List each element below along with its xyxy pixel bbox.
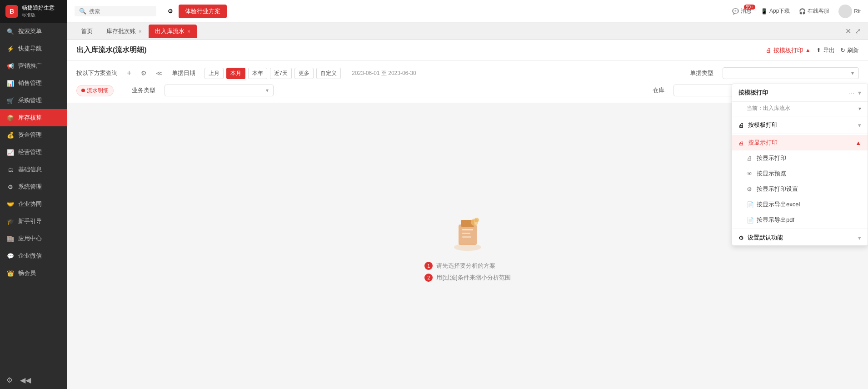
sidebar-label-system: 系统管理 — [18, 183, 42, 191]
close-tab-btn[interactable]: ✕ — [845, 27, 851, 35]
sidebar-icon-system: ⚙ — [6, 184, 15, 190]
step-num-2: 2 — [424, 274, 433, 282]
sidebar-item-marketing[interactable]: 📢营销推广 — [0, 57, 67, 75]
dropdown-item-display-print-settings[interactable]: ⚙按显示打印设置 — [732, 181, 868, 197]
sidebar-item-system[interactable]: ⚙系统管理 — [0, 178, 67, 195]
tab-flow[interactable]: 出入库流水× — [149, 25, 196, 38]
filter-row-1: 按以下方案查询 + ⚙ ≪ 单据日期 上月本月本年近7天更多自定义 2023-0… — [76, 67, 859, 79]
filter-add-btn[interactable]: + — [127, 69, 132, 78]
user-avatar-item[interactable]: Rit — [838, 5, 861, 18]
expand-tab-btn[interactable]: ⤢ — [855, 27, 861, 35]
industry-btn[interactable]: 体验行业方案 — [179, 5, 227, 18]
main-area: 🔍 ⚙ 体验行业方案 💬 消息 99+ 📱 App下载 🎧 在线客服 Rit — [67, 0, 868, 389]
print-label: 按模板打印 — [773, 46, 803, 55]
gear-icon[interactable]: ⚙ — [168, 8, 173, 15]
filter-flow-tag: 流水明细 — [76, 85, 114, 96]
sidebar-scroll: 🔍搜索菜单⚡快捷导航📢营销推广📊销售管理🛒采购管理📦库存核算💰资金管理📈经营管理… — [0, 23, 67, 371]
tab-close-flow[interactable]: × — [187, 29, 190, 34]
sidebar-item-appstore[interactable]: 🏬应用中心 — [0, 230, 67, 247]
export-btn[interactable]: ⬆ 导出 — [816, 46, 835, 55]
date-btn-近7天[interactable]: 近7天 — [270, 68, 292, 79]
flow-tag-label: 流水明细 — [87, 87, 109, 95]
date-filter-label: 单据日期 — [172, 69, 195, 77]
biz-select[interactable]: ▾ — [165, 85, 274, 96]
dropdown-header-actions: ··· ▾ — [849, 89, 861, 96]
online-service-item[interactable]: 🎧 在线客服 — [799, 7, 829, 15]
sidebar-item-inventory[interactable]: 📦库存核算 — [0, 109, 67, 126]
tab-label-flow: 出入库流水 — [155, 27, 185, 35]
dropdown-section-default-settings[interactable]: ⚙设置默认功能▾ — [732, 230, 868, 245]
sidebar-item-shortcut[interactable]: ⚡快捷导航 — [0, 40, 67, 57]
collapse-icon[interactable]: ◀◀ — [20, 376, 31, 384]
dropdown-more-icon[interactable]: ··· — [849, 89, 854, 96]
date-btn-上月[interactable]: 上月 — [205, 68, 224, 79]
sidebar-item-purchase[interactable]: 🛒采购管理 — [0, 92, 67, 109]
dropdown-section-template-print[interactable]: 🖨按模板打印▾ — [732, 117, 868, 133]
section-chevron-default-settings: ▾ — [858, 234, 861, 241]
item-icon-display-preview: 👁 — [747, 170, 753, 177]
topbar-divider — [162, 7, 162, 16]
section-title-default-settings: ⚙设置默认功能 — [738, 234, 783, 242]
section-icon-template-print: 🖨 — [738, 122, 744, 129]
svg-rect-4 — [462, 233, 470, 234]
date-options: 上月本月本年近7天更多自定义 — [205, 68, 341, 79]
sidebar-item-wechat[interactable]: 💬企业微信 — [0, 247, 67, 264]
sidebar-item-collab[interactable]: 🤝企业协同 — [0, 195, 67, 213]
dropdown-item-display-print-item[interactable]: 🖨按显示打印 — [732, 150, 868, 166]
dropdown-item-display-excel[interactable]: 📄按显示导出excel — [732, 197, 868, 212]
sidebar-label-purchase: 采购管理 — [18, 96, 42, 105]
sidebar-label-basic: 基础信息 — [18, 165, 42, 174]
sidebar-label-vip: 畅会员 — [18, 269, 36, 277]
sidebar-item-guide[interactable]: 🎓新手引导 — [0, 213, 67, 230]
section-title-template-print: 🖨按模板打印 — [738, 121, 778, 129]
filter-collapse-btn[interactable]: ≪ — [156, 70, 163, 77]
sidebar-item-vip[interactable]: 👑畅会员 — [0, 264, 67, 282]
tabbar-actions: ✕ ⤢ — [845, 27, 861, 35]
settings-icon[interactable]: ⚙ — [6, 376, 13, 384]
sidebar-icon-marketing: 📢 — [6, 63, 15, 70]
item-icon-display-pdf: 📄 — [747, 217, 753, 223]
topbar: 🔍 ⚙ 体验行业方案 💬 消息 99+ 📱 App下载 🎧 在线客服 Rit — [67, 0, 868, 23]
tab-label-batch: 库存批次账 — [106, 27, 136, 35]
sidebar-icon-shortcut: ⚡ — [6, 45, 15, 52]
dropdown-section-display-print[interactable]: 🖨按显示打印▲ — [732, 135, 868, 150]
sidebar-icon-basic: 🗂 — [6, 166, 15, 173]
sidebar-label-marketing: 营销推广 — [18, 62, 42, 70]
dropdown-close-icon[interactable]: ▾ — [858, 89, 861, 96]
dropdown-item-display-preview[interactable]: 👁按显示预览 — [732, 166, 868, 181]
date-btn-本月[interactable]: 本月 — [226, 68, 245, 79]
tabbar: 首页库存批次账×出入库流水× ✕ ⤢ — [67, 23, 868, 40]
tab-label-home: 首页 — [81, 27, 93, 35]
sidebar-item-operation[interactable]: 📈经营管理 — [0, 144, 67, 161]
sidebar-item-search[interactable]: 🔍搜索菜单 — [0, 23, 67, 40]
refresh-btn[interactable]: ↻ 刷新 — [840, 46, 859, 55]
type-select[interactable]: ▾ — [723, 67, 859, 79]
app-download-item[interactable]: 📱 App下载 — [761, 7, 790, 15]
dropdown-item-display-pdf[interactable]: 📄按显示导出pdf — [732, 212, 868, 228]
export-label: 导出 — [823, 46, 835, 55]
dropdown-panel: 按模板打印 ··· ▾ 当前：出入库流水▾🖨按模板打印▾🖨按显示打印▲🖨按显示打… — [732, 84, 868, 246]
item-label-display-print-settings: 按显示打印设置 — [757, 185, 798, 193]
tab-batch[interactable]: 库存批次账× — [100, 25, 148, 38]
date-btn-更多[interactable]: 更多 — [294, 68, 314, 79]
filter-settings-btn[interactable]: ⚙ — [141, 70, 147, 77]
sidebar-icon-sales: 📊 — [6, 80, 15, 87]
topbar-search-container: 🔍 — [75, 6, 156, 16]
sidebar: B 畅捷通好生意 标准版 🔍搜索菜单⚡快捷导航📢营销推广📊销售管理🛒采购管理📦库… — [0, 0, 67, 389]
item-label-display-preview: 按显示预览 — [757, 170, 786, 178]
message-item[interactable]: 💬 消息 99+ — [732, 7, 752, 15]
sidebar-item-finance[interactable]: 💰资金管理 — [0, 126, 67, 144]
filter-label: 按以下方案查询 — [76, 69, 118, 77]
date-btn-自定义[interactable]: 自定义 — [316, 68, 341, 79]
sidebar-icon-purchase: 🛒 — [6, 97, 15, 104]
sidebar-item-basic[interactable]: 🗂基础信息 — [0, 161, 67, 178]
print-btn[interactable]: 🖨 按模板打印 ▲ — [766, 46, 811, 55]
user-name: Rit — [854, 8, 861, 15]
search-input[interactable] — [89, 8, 152, 15]
sidebar-label-sales: 销售管理 — [18, 79, 42, 87]
tab-home[interactable]: 首页 — [75, 25, 99, 38]
date-btn-本年[interactable]: 本年 — [248, 68, 267, 79]
tab-close-batch[interactable]: × — [139, 29, 141, 34]
sidebar-item-sales[interactable]: 📊销售管理 — [0, 75, 67, 92]
svg-rect-3 — [462, 229, 473, 230]
